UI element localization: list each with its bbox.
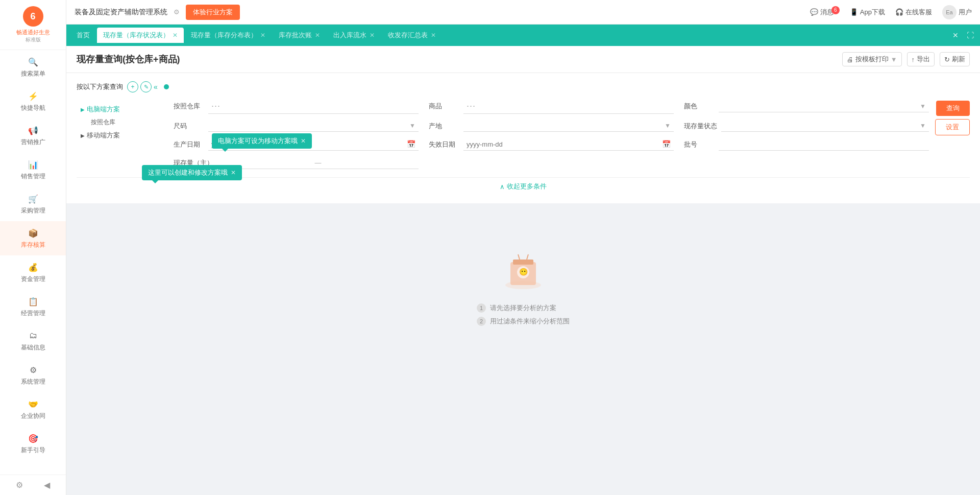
expiry-date-input[interactable]: [467, 140, 660, 148]
warehouse-select[interactable]: ···: [208, 99, 419, 114]
nav-item-搜索菜单[interactable]: 🔍搜索菜单: [0, 50, 66, 84]
sidebar-bottom: ⚙ ◀: [0, 475, 66, 495]
user-item[interactable]: Ea 用户: [942, 5, 972, 19]
add-scheme-btn[interactable]: +: [127, 81, 138, 92]
nav-item-库存核算[interactable]: 📦库存核算: [0, 221, 66, 255]
field-warehouse: 按照仓库 ···: [174, 99, 419, 114]
prod-date-label: 生产日期: [174, 140, 204, 149]
industry-btn[interactable]: 体验行业方案: [186, 5, 240, 20]
tab-close-flow[interactable]: ✕: [370, 32, 375, 38]
print-chevron-icon: ▼: [891, 56, 897, 63]
tab-close-dist[interactable]: ✕: [260, 32, 265, 38]
scheme-desktop[interactable]: ▶ 电脑端方案: [77, 103, 174, 116]
batch-field: [719, 138, 929, 151]
arrow-down-icon: ▶: [81, 107, 85, 112]
tab-stock-status[interactable]: 现存量（库存状况表） ✕: [97, 28, 184, 43]
scheme-tree: ▶ 电脑端方案 按照仓库 ▶ 移动端方案: [77, 99, 174, 175]
app-download-item[interactable]: 📱 App下载: [850, 8, 885, 17]
filter-top: 按以下方案查询 + ✎ «: [77, 81, 970, 92]
nav-item-新手引导[interactable]: 🎯新手引导: [0, 427, 66, 461]
nav-item-采购管理[interactable]: 🛒采购管理: [0, 187, 66, 221]
field-expiry-date: 失效日期 📅: [429, 138, 674, 151]
tab-close-summary[interactable]: ✕: [431, 32, 436, 38]
field-origin: 产地 ▼: [429, 120, 674, 132]
nav-item-销售管理[interactable]: 📊销售管理: [0, 153, 66, 187]
page-area: 现存量查询(按仓库+商品) 🖨 按模板打印 ▼ ↑ 导出 ↻ 刷新: [66, 46, 980, 495]
svg-text:😶: 😶: [519, 268, 528, 276]
calendar-icon-prod[interactable]: 📅: [407, 140, 415, 148]
field-color: 颜色 ▼: [684, 99, 929, 114]
nav-item-基础信息[interactable]: 🗂基础信息: [0, 324, 66, 358]
filter-area: 电脑方案可设为移动方案哦 ✕ 这里可以创建和修改方案哦 ✕ 按以下方案查询 + …: [66, 73, 980, 203]
message-badge: 6: [831, 6, 840, 14]
print-icon: 🖨: [847, 56, 853, 63]
settings-icon[interactable]: ⚙: [174, 8, 180, 16]
tab-bar: 首页 现存量（库存状况表） ✕ 现存量（库存分布表） ✕ 库存批次账 ✕ 出入库…: [66, 25, 980, 46]
field-product: 商品 ···: [429, 99, 674, 114]
refresh-icon: ↻: [944, 56, 950, 63]
edit-scheme-btn[interactable]: ✎: [140, 81, 152, 92]
field-batch: 批号: [684, 138, 929, 151]
export-icon: ↑: [912, 56, 915, 63]
product-label: 商品: [429, 102, 459, 111]
tooltip-create-scheme: 这里可以创建和修改方案哦 ✕: [142, 165, 242, 180]
stock-main-range: —: [217, 157, 419, 169]
tab-summary[interactable]: 收发存汇总表 ✕: [382, 28, 442, 43]
message-icon: 💬: [810, 8, 818, 16]
size-select[interactable]: ▼: [208, 120, 419, 132]
tab-flow[interactable]: 出入库流水 ✕: [327, 28, 381, 43]
nav-item-系统管理[interactable]: ⚙系统管理: [0, 358, 66, 392]
filter-row-4: 现存量（主） —: [174, 157, 929, 169]
scheme-sub-warehouse[interactable]: 按照仓库: [87, 116, 174, 129]
hint-2: 2 用过滤条件来缩小分析范围: [477, 317, 570, 326]
collapse-icon[interactable]: ◀: [44, 480, 50, 490]
stock-main-to[interactable]: [324, 159, 416, 167]
expand-icon[interactable]: ⛶: [965, 29, 976, 41]
nav-item-经营管理[interactable]: 📋经营管理: [0, 290, 66, 324]
filter-row-1: 按照仓库 ··· 商品 ··· 颜色: [174, 99, 929, 114]
calendar-icon-expiry[interactable]: 📅: [662, 140, 671, 148]
reset-btn[interactable]: 设置: [935, 119, 970, 135]
logo-icon: 6: [23, 6, 43, 27]
product-select[interactable]: ···: [463, 99, 674, 114]
back-icon[interactable]: «: [154, 83, 158, 91]
headset-icon: 🎧: [895, 8, 903, 16]
export-btn[interactable]: ↑ 导出: [907, 52, 935, 66]
close-all-icon[interactable]: ✕: [950, 29, 961, 41]
nav-item-资金管理[interactable]: 💰资金管理: [0, 255, 66, 290]
tab-close-batch[interactable]: ✕: [315, 32, 320, 38]
size-chevron-icon: ▼: [409, 122, 415, 129]
message-item[interactable]: 💬 消息 6: [810, 8, 840, 17]
print-btn[interactable]: 🖨 按模板打印 ▼: [842, 52, 902, 66]
nav-item-企业协同[interactable]: 🤝企业协同: [0, 392, 66, 427]
filter-layout: ▶ 电脑端方案 按照仓库 ▶ 移动端方案: [77, 99, 970, 175]
tab-home[interactable]: 首页: [70, 28, 96, 43]
color-chevron-icon: ▼: [920, 103, 926, 110]
settings-icon[interactable]: ⚙: [16, 480, 23, 490]
filter-label: 按以下方案查询: [77, 82, 123, 91]
tooltip1-close[interactable]: ✕: [301, 137, 306, 145]
origin-label: 产地: [429, 122, 459, 131]
query-btn[interactable]: 查询: [936, 101, 970, 116]
tooltip2-close[interactable]: ✕: [231, 169, 236, 176]
svg-line-6: [527, 254, 528, 260]
online-service-item[interactable]: 🎧 在线客服: [895, 8, 932, 17]
stock-status-label: 现存量状态: [684, 122, 717, 131]
nav-item-营销推广[interactable]: 📢营销推广: [0, 119, 66, 153]
stock-status-select[interactable]: ▼: [721, 120, 929, 132]
system-title: 装备及固定资产辅助管理系统: [75, 8, 167, 17]
tab-close-stock-status[interactable]: ✕: [173, 32, 178, 38]
dot-indicator: [164, 84, 169, 89]
phone-icon: 📱: [850, 8, 858, 16]
scheme-mobile[interactable]: ▶ 移动端方案: [77, 129, 174, 142]
color-select[interactable]: ▼: [719, 101, 929, 112]
hint-1: 1 请先选择要分析的方案: [477, 303, 570, 313]
batch-input[interactable]: [722, 140, 926, 148]
tab-stock-dist[interactable]: 现存量（库存分布表） ✕: [185, 28, 272, 43]
nav-item-快捷导航[interactable]: ⚡快捷导航: [0, 84, 66, 119]
refresh-btn[interactable]: ↻ 刷新: [940, 52, 970, 66]
collapse-up-icon: ∧: [500, 183, 505, 191]
tab-batch[interactable]: 库存批次账 ✕: [273, 28, 326, 43]
header-right: 💬 消息 6 📱 App下载 🎧 在线客服 Ea 用户: [810, 5, 972, 19]
origin-select[interactable]: ▼: [463, 120, 674, 132]
